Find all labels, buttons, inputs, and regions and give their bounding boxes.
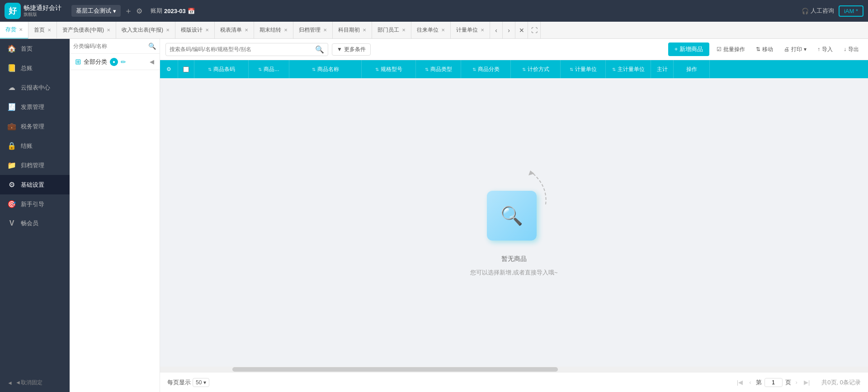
add-product-button[interactable]: + 新增商品: [668, 43, 709, 56]
tab-部门员工[interactable]: 部门员工 ✕: [372, 22, 411, 39]
tab-资产负债表[interactable]: 资产负债表(中期) ✕: [57, 22, 116, 39]
th-price-method[interactable]: ⇅ 计价方式: [511, 60, 561, 78]
sidebar-item-close[interactable]: 🔒 结账: [0, 136, 70, 156]
tab-期末结转[interactable]: 期末结转 ✕: [254, 22, 293, 39]
per-page-label: 每页显示: [167, 378, 191, 387]
product-search-bar: 🔍: [165, 43, 328, 56]
tab-label: 期末结转: [259, 26, 281, 34]
calendar-icon[interactable]: 📅: [188, 8, 195, 14]
pagination-nav: |◀ ‹ 第 页 › ▶| 共0页, 0条记录: [735, 378, 861, 387]
th-spec[interactable]: ⇅ 规格型号: [362, 60, 416, 78]
sidebar-item-home[interactable]: 🏠 首页: [0, 39, 70, 58]
company-selector[interactable]: 基层工会测试 ▾: [71, 5, 121, 17]
horizontal-scrollbar[interactable]: [160, 367, 868, 372]
sidebar-item-guide[interactable]: 🎯 新手引导: [0, 194, 70, 214]
import-button[interactable]: ↑ 导入: [814, 44, 836, 55]
help-button[interactable]: 🎧 人工咨询: [802, 7, 834, 15]
sidebar-item-tax[interactable]: 💼 税务管理: [0, 117, 70, 136]
tab-close-收入支出表[interactable]: ✕: [166, 28, 170, 33]
last-page-button[interactable]: ▶|: [802, 378, 811, 387]
tab-归档管理[interactable]: 归档管理 ✕: [293, 22, 333, 39]
tab-存货[interactable]: 存货 ✕: [0, 22, 28, 39]
period-info: 账期 2023-03 📅: [151, 7, 195, 15]
th-main-unit[interactable]: ⇅ 主计量单位: [606, 60, 651, 78]
tab-close-模版设计[interactable]: ✕: [205, 28, 209, 33]
batch-operation-button[interactable]: ☑ 批量操作: [713, 44, 749, 55]
tab-close-部门员工[interactable]: ✕: [402, 28, 406, 33]
settings-icon: ⚙: [7, 180, 16, 189]
print-button[interactable]: 🖨 打印 ▾: [780, 44, 810, 55]
per-page-select[interactable]: 50 ▾: [193, 378, 209, 387]
add-icon[interactable]: ＋: [124, 5, 132, 16]
column-settings-icon[interactable]: ⚙: [166, 66, 171, 72]
th-product-type[interactable]: ⇅ 商品类型: [416, 60, 461, 78]
tab-往来单位[interactable]: 往来单位 ✕: [411, 22, 451, 39]
sidebar-label-settings: 基础设置: [21, 181, 44, 189]
tab-计量单位[interactable]: 计量单位 ✕: [451, 22, 490, 39]
tab-close-往来单位[interactable]: ✕: [441, 28, 445, 33]
tab-label: 归档管理: [299, 26, 321, 34]
tab-expand-button[interactable]: ⛶: [528, 22, 541, 39]
next-page-button[interactable]: ›: [794, 378, 799, 387]
th-product-name[interactable]: ⇅ 商品名称: [289, 60, 362, 78]
tab-next-button[interactable]: ›: [503, 22, 515, 39]
tab-prev-button[interactable]: ‹: [490, 22, 503, 39]
th-unit[interactable]: ⇅ 计量单位: [561, 60, 606, 78]
tab-close-税表清单[interactable]: ✕: [245, 28, 248, 33]
category-search-input[interactable]: [73, 43, 148, 49]
settings-icon[interactable]: ⚙: [136, 7, 142, 15]
tab-close-存货[interactable]: ✕: [19, 27, 23, 32]
tab-label: 资产负债表(中期): [62, 26, 104, 34]
empty-illustration: [469, 168, 559, 250]
sidebar-item-reports[interactable]: ☁ 云报表中心: [0, 78, 70, 97]
first-page-button[interactable]: |◀: [735, 378, 745, 387]
scrollbar-thumb[interactable]: [232, 367, 558, 372]
sidebar-item-archive[interactable]: 📁 归档管理: [0, 156, 70, 175]
tab-科目期初[interactable]: 科目期初 ✕: [333, 22, 372, 39]
tab-close-首页[interactable]: ✕: [47, 28, 51, 33]
tab-close-资产负债表[interactable]: ✕: [107, 28, 110, 33]
sidebar-unpin-button[interactable]: ◄ ◄取消固定: [0, 373, 70, 392]
right-panel: 🔍 ▼ 更多条件 + 新增商品 ☑ 批量操作 ⇅ 移动 🖨 打印: [160, 39, 868, 392]
sidebar-item-settings[interactable]: ⚙ 基础设置: [0, 175, 70, 194]
th-barcode[interactable]: ⇅ 商品条码: [194, 60, 249, 78]
tab-close-科目期初[interactable]: ✕: [363, 28, 366, 33]
svg-marker-0: [528, 170, 534, 175]
sidebar-item-ledger[interactable]: 📒 总账: [0, 58, 70, 78]
th-operations: 操作: [674, 60, 710, 78]
app-version: 旗舰版: [24, 11, 61, 18]
export-button[interactable]: ↓ 导出: [840, 44, 863, 55]
prev-page-button[interactable]: ‹: [747, 378, 753, 387]
tab-首页[interactable]: 首页 ✕: [28, 22, 57, 39]
search-icon[interactable]: 🔍: [315, 45, 324, 54]
th-extra[interactable]: 主计: [651, 60, 674, 78]
th-product-category[interactable]: ⇅ 商品分类: [461, 60, 511, 78]
collapse-icon[interactable]: ◀: [150, 58, 154, 65]
search-icon[interactable]: 🔍: [148, 43, 156, 50]
tab-close-归档管理[interactable]: ✕: [323, 28, 327, 33]
sidebar-item-member[interactable]: V 畅会员: [0, 214, 70, 233]
total-records: 共0页, 0条记录: [821, 378, 861, 387]
page-suffix: 页: [785, 378, 791, 387]
edit-icon[interactable]: ✏: [121, 58, 126, 66]
move-icon: ⇅: [756, 46, 760, 52]
th-settings[interactable]: ⚙: [160, 60, 178, 78]
th-product-code[interactable]: ⇅ 商品...: [249, 60, 289, 78]
tab-税表清单[interactable]: 税表清单 ✕: [215, 22, 254, 39]
product-search-input[interactable]: [170, 46, 313, 52]
move-button[interactable]: ⇅ 移动: [752, 44, 777, 55]
select-all-checkbox[interactable]: [183, 66, 189, 72]
filter-button[interactable]: ▼ 更多条件: [332, 43, 371, 56]
close-accounts-icon: 🔒: [7, 142, 16, 150]
tab-模版设计[interactable]: 模版设计 ✕: [175, 22, 215, 39]
kuaiji-button[interactable]: iAM *: [839, 5, 863, 17]
page-number-input[interactable]: [764, 378, 783, 387]
tab-close-all-button[interactable]: ✕: [515, 22, 528, 39]
tab-收入支出表[interactable]: 收入支出表(年报) ✕: [116, 22, 175, 39]
headset-icon: 🎧: [802, 8, 809, 14]
tab-close-期末结转[interactable]: ✕: [284, 28, 288, 33]
sidebar-item-invoice[interactable]: 🧾 发票管理: [0, 97, 70, 117]
tab-close-计量单位[interactable]: ✕: [481, 28, 484, 33]
th-checkbox[interactable]: [178, 60, 194, 78]
sidebar-label-reports: 云报表中心: [21, 84, 50, 92]
